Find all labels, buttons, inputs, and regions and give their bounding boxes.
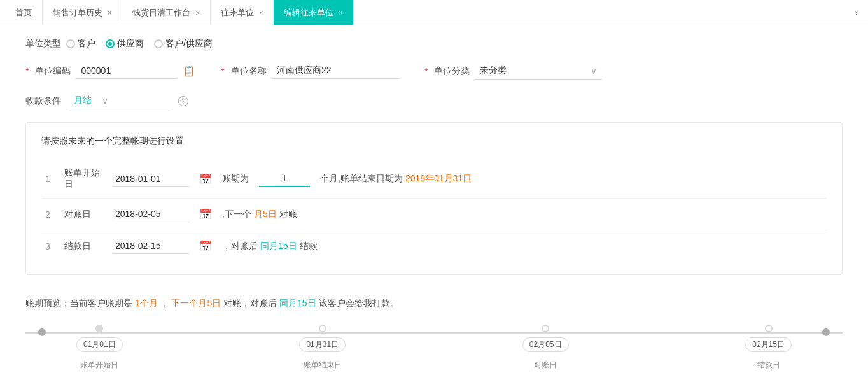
reconcile-date-cal-icon[interactable]: 📅 [199,208,212,220]
timeline-wrapper: 01月01日 账单开始日 01月31日 账单结束日 02月05日 对账日 [25,325,843,370]
unit-code-icon[interactable]: 📋 [183,65,195,77]
start-date-cal-icon[interactable]: 📅 [199,173,212,185]
tab-sales-history[interactable]: 销售订单历史 × [43,0,122,25]
unit-type-group: 单位类型 客户 供应商 客户/供应商 [25,38,213,50]
tab-cash-work[interactable]: 钱货日清工作台 × [122,0,210,25]
card-title: 请按照未来的一个完整帐期进行设置 [41,136,827,147]
unit-category-label: 单位分类 [434,66,470,77]
unit-details-row: * 单位编码 📋 * 单位名称 * 单位分类 未分类 ∨ [25,62,843,80]
radio-group: 客户 供应商 客户/供应商 [66,38,213,50]
payment-row: 收款条件 月结 ∨ ? [25,92,843,109]
tab-edit-counterparty-label: 编辑往来单位 [284,7,333,18]
main-content: 单位类型 客户 供应商 客户/供应商 * 单位编码 [0,25,868,387]
help-icon[interactable]: ? [178,96,188,106]
tab-home[interactable]: 首页 [5,0,43,25]
unit-name-star: * [221,66,224,76]
tab-sales-history-label: 销售订单历史 [53,7,102,18]
unit-category-value: 未分类 [480,65,507,76]
unit-code-group: * 单位编码 📋 [25,63,195,79]
reconcile-day-highlight: 月5日 [254,209,277,220]
tab-bar-chevron[interactable]: › [850,0,863,25]
tab-sales-history-close[interactable]: × [108,9,111,17]
period-suffix: 个月,账单结束日期为 2018年01月31日 [320,173,472,185]
radio-customer-label: 客户 [78,38,95,50]
timeline-dot-3 [542,325,549,332]
preview-suffix: 该客户会给我打款。 [319,298,399,308]
tab-cash-work-label: 钱货日清工作台 [132,7,190,18]
timeline-badge-4: 02月15日 [745,337,792,352]
row-num-2: 2 [41,209,54,220]
row-num-1: 1 [41,174,54,184]
timeline-label-1: 账单开始日 [80,360,118,370]
timeline-label-4: 结款日 [757,360,780,370]
payment-condition-dropdown[interactable]: 月结 ∨ [69,92,171,109]
reconcile-suffix: ,下一个月5日 对账 [222,209,297,220]
unit-type-label: 单位类型 [25,38,61,50]
timeline-end-dot [822,328,830,336]
radio-supplier-circle [106,39,115,48]
card-section: 请按照未来的一个完整帐期进行设置 1 账单开始日 📅 账期为 个月,账单结束日期… [25,122,843,275]
preview-label: 账期预览：当前客户账期是 [25,298,132,308]
radio-both-label: 客户/供应商 [165,38,213,50]
setting-row-3: 3 结款日 📅 ，对账后 同月15日 结款 [41,230,827,262]
tab-counterparty-label: 往来单位 [221,7,254,18]
radio-supplier[interactable]: 供应商 [106,38,144,50]
radio-customer-circle [66,39,75,48]
payment-dropdown-chevron-icon: ∨ [102,95,108,106]
timeline-label-3: 对账日 [534,360,557,370]
preview-text: 账期预览：当前客户账期是 1个月 ， 下一个月5日 对账，对账后 同月15日 该… [25,298,843,309]
preview-sep2: 对账，对账后 [223,298,277,308]
period-input[interactable] [259,171,310,187]
setting-row-2: 2 对账日 📅 ,下一个月5日 对账 [41,199,827,230]
unit-name-group: * 单位名称 [221,63,398,79]
unit-category-star: * [424,66,428,76]
timeline-badge-3: 02月05日 [522,337,569,352]
timeline-point-1: 01月01日 账单开始日 [76,325,123,370]
row-label-2: 对账日 [64,209,102,220]
preview-part3: 同月15日 [279,298,316,308]
tab-home-label: 首页 [15,7,32,18]
unit-code-label: 单位编码 [35,66,71,77]
start-date-input[interactable] [113,171,189,187]
unit-category-dropdown[interactable]: 未分类 ∨ [475,62,602,80]
tab-bar: 首页 销售订单历史 × 钱货日清工作台 × 往来单位 × 编辑往来单位 × › [0,0,868,25]
preview-part2: 下一个月5日 [171,298,221,308]
payment-date-input[interactable] [113,238,189,254]
unit-name-input[interactable] [272,63,399,79]
timeline-label-2: 账单结束日 [304,360,342,370]
tab-cash-work-close[interactable]: × [195,9,199,17]
timeline-point-2: 01月31日 账单结束日 [299,325,346,370]
preview-section: 账期预览：当前客户账期是 1个月 ， 下一个月5日 对账，对账后 同月15日 该… [25,288,843,370]
unit-category-chevron-icon: ∨ [591,66,597,76]
timeline-points: 01月01日 账单开始日 01月31日 账单结束日 02月05日 对账日 [38,325,830,370]
end-date-highlight: 2018年01月31日 [405,173,472,185]
radio-customer[interactable]: 客户 [66,38,95,50]
timeline-dot-1 [95,325,103,332]
payment-condition-value: 月结 [74,95,92,106]
unit-category-group: * 单位分类 未分类 ∨ [424,62,602,80]
unit-code-star: * [25,66,29,76]
timeline-point-4: 02月15日 结款日 [745,325,792,370]
timeline-dot-2 [319,325,326,332]
payment-day-highlight: 同月15日 [260,241,297,252]
unit-type-row: 单位类型 客户 供应商 客户/供应商 [25,38,843,50]
radio-both[interactable]: 客户/供应商 [154,38,213,50]
tab-edit-counterparty-close[interactable]: × [339,9,342,17]
timeline-start-dot [38,328,46,336]
tab-edit-counterparty[interactable]: 编辑往来单位 × [274,0,353,25]
radio-supplier-label: 供应商 [117,38,144,50]
row-label-3: 结款日 [64,241,102,252]
radio-both-circle [154,39,163,48]
reconcile-date-input[interactable] [113,206,189,222]
tab-counterparty[interactable]: 往来单位 × [211,0,274,25]
payment-condition-label: 收款条件 [25,95,61,107]
timeline-badge-1: 01月01日 [76,337,123,352]
payment-date-cal-icon[interactable]: 📅 [199,240,212,252]
timeline-badge-2: 01月31日 [299,337,346,352]
unit-code-input[interactable] [76,63,178,79]
timeline-point-3: 02月05日 对账日 [522,325,569,370]
unit-name-label: 单位名称 [231,66,267,77]
tab-counterparty-close[interactable]: × [259,9,263,17]
row-label-1: 账单开始日 [64,167,102,190]
timeline-dot-4 [765,325,773,332]
